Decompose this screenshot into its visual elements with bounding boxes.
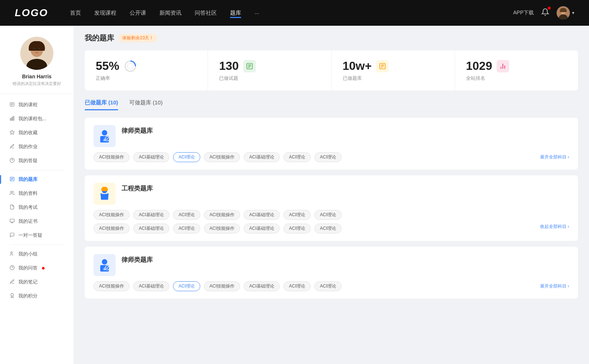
tag[interactable]: ACI理论 xyxy=(314,224,342,233)
tag[interactable]: ACI基础理论 xyxy=(244,152,280,162)
nav-qbank[interactable]: 题库 xyxy=(230,8,241,18)
sidebar-item-my-notes[interactable]: 我的笔记 xyxy=(4,275,70,289)
qbank-card-3: 律师类题库 ACI技能操作 ACI基础理论 ACI理论 ACI技能操作 ACI基… xyxy=(85,247,578,299)
qbank-icon xyxy=(10,176,15,183)
tag[interactable]: ACI技能操作 xyxy=(204,281,240,291)
spacer xyxy=(345,224,536,233)
nav-open-course[interactable]: 公开课 xyxy=(130,8,146,18)
sidebar-item-my-cert[interactable]: 我的证书 xyxy=(4,214,70,228)
main-content: 我的题库 体验剩余23天！ 55% 正确率 130 xyxy=(74,26,589,364)
tag-active[interactable]: ACI理论 xyxy=(173,281,200,291)
svg-point-47 xyxy=(105,136,109,141)
stat-value: 1029 xyxy=(466,59,492,73)
sidebar-item-my-points[interactable]: 我的积分 xyxy=(4,289,70,303)
stat-value: 130 xyxy=(219,59,239,73)
qbank-info: 律师类题库 xyxy=(121,254,153,264)
sidebar-item-tutoring[interactable]: 一对一答疑 xyxy=(4,228,70,242)
tag[interactable]: ACI理论 xyxy=(283,210,311,220)
tag[interactable]: ACI理论 xyxy=(173,210,200,220)
nav-news[interactable]: 新闻资讯 xyxy=(159,8,181,18)
tag[interactable]: ACI理论 xyxy=(283,281,311,291)
sidebar-item-my-data[interactable]: 我的资料 xyxy=(4,186,70,200)
tag[interactable]: ACI理论 xyxy=(283,152,311,162)
sidebar-label: 我的课程 xyxy=(18,101,38,108)
svg-rect-23 xyxy=(10,219,14,222)
expand-button[interactable]: 展开全部科目 › xyxy=(540,154,569,160)
navbar-right: APP下载 ▾ xyxy=(513,6,574,19)
question2-icon xyxy=(10,265,15,271)
sidebar-item-homework[interactable]: 我的作业 xyxy=(4,140,70,154)
nav-menu: 首页 发现课程 公开课 新闻资讯 问答社区 题库 ··· xyxy=(70,8,513,18)
file-icon xyxy=(10,102,15,108)
user-avatar-menu[interactable]: ▾ xyxy=(557,6,574,19)
nav-qa[interactable]: 问答社区 xyxy=(195,8,217,18)
tag[interactable]: ACI基础理论 xyxy=(244,281,280,291)
tab-available-banks[interactable]: 可做题库 (10) xyxy=(129,99,163,110)
logo[interactable]: LOGO xyxy=(15,7,48,19)
stat-label: 全站排名 xyxy=(466,75,567,82)
sidebar-item-my-qbank[interactable]: 我的题库 xyxy=(4,172,70,186)
stat-top: 130 xyxy=(219,59,320,73)
sidebar-divider-2 xyxy=(10,245,64,245)
page-title: 我的题库 xyxy=(85,33,114,43)
unread-dot xyxy=(42,267,45,270)
qbank-icon-engineer xyxy=(94,183,116,205)
sidebar-label: 我的答疑 xyxy=(18,157,38,164)
notification-bell[interactable] xyxy=(541,8,549,18)
app-download-button[interactable]: APP下载 xyxy=(513,10,534,16)
stat-label: 已做题库 xyxy=(343,75,444,82)
tag[interactable]: ACI技能操作 xyxy=(204,210,240,220)
cert-icon xyxy=(10,218,15,225)
tag[interactable]: ACI技能操作 xyxy=(94,210,130,220)
sidebar-label: 我的题库 xyxy=(18,176,38,183)
sidebar-item-course-package[interactable]: 我的课程包... xyxy=(4,112,70,126)
qbank-title: 工程类题库 xyxy=(121,184,153,193)
tag[interactable]: ACI技能操作 xyxy=(94,281,130,291)
svg-point-7 xyxy=(39,48,40,49)
stats-row: 55% 正确率 130 已做试题 xyxy=(85,50,578,90)
tabs-row: 已做题库 (10) 可做题库 (10) xyxy=(85,99,578,110)
tag[interactable]: ACI技能操作 xyxy=(204,224,240,233)
sidebar-item-my-group[interactable]: 我的小组 xyxy=(4,247,70,261)
tag[interactable]: ACI理论 xyxy=(314,281,342,291)
tag[interactable]: ACI基础理论 xyxy=(133,210,169,220)
sidebar-item-my-courses[interactable]: 我的课程 xyxy=(4,98,70,112)
stat-label: 已做试题 xyxy=(219,75,320,82)
tag-active[interactable]: ACI理论 xyxy=(173,152,200,162)
nav-more[interactable]: ··· xyxy=(254,8,259,18)
tag[interactable]: ACI理论 xyxy=(173,224,200,233)
tag[interactable]: ACI基础理论 xyxy=(244,210,280,220)
pie-chart-icon xyxy=(124,60,137,73)
qbank-card-header: 律师类题库 xyxy=(94,125,569,147)
tag[interactable]: ACI理论 xyxy=(314,210,342,220)
nav-home[interactable]: 首页 xyxy=(70,8,81,18)
tag[interactable]: ACI理论 xyxy=(283,224,311,233)
nav-courses[interactable]: 发现课程 xyxy=(94,8,116,18)
sidebar-item-my-exam[interactable]: 我的考试 xyxy=(4,200,70,214)
tag[interactable]: ACI基础理论 xyxy=(133,281,169,291)
svg-point-6 xyxy=(33,48,35,49)
tag[interactable]: ACI技能操作 xyxy=(94,152,130,162)
group-icon xyxy=(10,251,15,257)
sidebar-item-my-questions[interactable]: 我的问答 xyxy=(4,261,70,275)
tab-done-banks[interactable]: 已做题库 (10) xyxy=(85,99,118,110)
sidebar: Brian Harris 错误的决定比没有决定要好 我的课程 我的课程包... xyxy=(0,26,74,364)
tag[interactable]: ACI基础理论 xyxy=(133,224,169,233)
sidebar-item-favorites[interactable]: 我的收藏 xyxy=(4,126,70,140)
chart-red-icon xyxy=(497,60,509,72)
chart-icon xyxy=(10,116,15,122)
notification-badge xyxy=(548,7,551,10)
tag[interactable]: ACI基础理论 xyxy=(133,152,169,162)
svg-point-26 xyxy=(11,251,13,253)
expand-button-3[interactable]: 展开全部科目 › xyxy=(540,283,569,289)
sidebar-item-qa[interactable]: 我的答疑 xyxy=(4,154,70,168)
question-icon xyxy=(10,158,15,164)
tag[interactable]: ACI基础理论 xyxy=(244,224,280,233)
tag[interactable]: ACI理论 xyxy=(314,152,342,162)
svg-point-29 xyxy=(11,293,14,296)
svg-point-51 xyxy=(102,259,107,265)
edit-icon xyxy=(10,144,15,150)
collapse-button[interactable]: 收起全部科目 › xyxy=(540,224,569,233)
tag[interactable]: ACI技能操作 xyxy=(94,224,130,233)
tag[interactable]: ACI技能操作 xyxy=(204,152,240,162)
